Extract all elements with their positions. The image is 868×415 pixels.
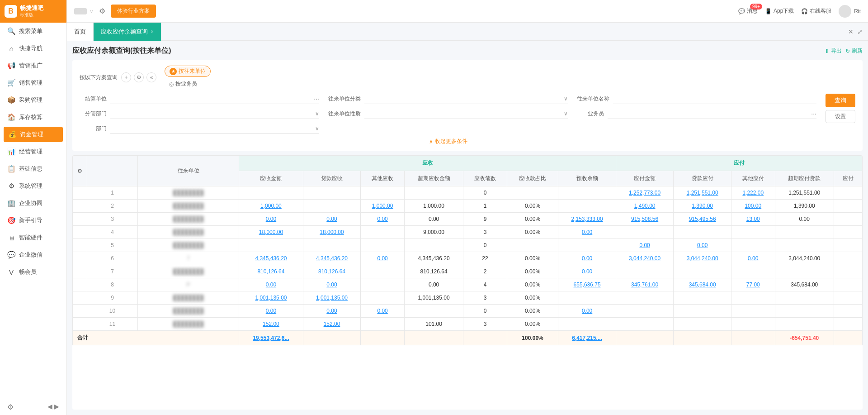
refresh-button[interactable]: ↻ 刷新: [845, 47, 863, 55]
topbar-gear-icon[interactable]: ⚙: [99, 7, 105, 15]
sidebar-item-quick-nav[interactable]: ⌂ 快捷导航: [0, 40, 66, 57]
filter-header-row: 按以下方案查询 + ⚙ « ★ 按往来单位 ◎ 按业务员: [80, 66, 855, 89]
partner-nature-label: 往来单位性质: [328, 110, 361, 118]
filter-salesperson-icon: ◎: [169, 81, 174, 87]
page-actions: ⬆ 导出 ↻ 刷新: [825, 47, 863, 55]
sidebar-logo: B 畅捷通吧 标准版: [0, 0, 66, 23]
collapse-more-btn[interactable]: ∧ 收起更多条件: [429, 138, 467, 145]
sidebar-settings-icon[interactable]: ⚙: [7, 403, 14, 411]
sidebar-item-hardware[interactable]: 🖥 智能硬件: [0, 229, 66, 246]
col-ar-other: 其他应收: [361, 171, 405, 186]
table-row: 8P0.000.000.0040.00%655,636.75345,761.00…: [73, 278, 863, 291]
page-title: 应收应付余额查询(按往来单位): [72, 46, 171, 56]
message-icon: 💬: [738, 8, 745, 14]
export-icon: ⬆: [825, 48, 829, 54]
footer-ap-total: -654,751.40: [775, 331, 834, 345]
table-row: 674,345,436.204,345,436.200.004,345,436.…: [73, 252, 863, 265]
partner-name-input[interactable]: [613, 94, 816, 104]
sidebar-item-operation[interactable]: 📊 经营管理: [0, 143, 66, 160]
logo-name: 畅捷通吧: [20, 5, 43, 12]
filter-dept-mgr: 分管部门 ∨: [80, 109, 319, 119]
tab-home[interactable]: 首页: [67, 23, 94, 41]
filter-settlement-unit: 结算单位 ···: [80, 94, 319, 104]
table-settings-header[interactable]: ⚙: [73, 156, 87, 186]
filter-dept: 部门 ∨: [80, 124, 319, 134]
settlement-unit-input[interactable]: [110, 94, 314, 104]
partner-category-arrow: ∨: [564, 95, 568, 102]
hardware-icon: 🖥: [7, 234, 15, 242]
filter-settings-btn[interactable]: ⚙: [134, 72, 144, 82]
filter-collapse-btn[interactable]: «: [146, 72, 156, 82]
tab-maximize-icon[interactable]: ⤢: [857, 28, 863, 35]
salesperson-dots-btn[interactable]: ···: [811, 110, 816, 117]
breadcrumb-arrow: ∨: [90, 8, 94, 14]
sidebar-item-finance[interactable]: 💰 资金管理: [4, 127, 63, 142]
table-row: 9████████1,001,135.001,001,135.001,001,1…: [73, 291, 863, 305]
dept-mgr-arrow: ∨: [315, 110, 319, 117]
col-ar-amount: 应收金额: [239, 171, 303, 186]
col-ap-overdue: 超期应付货款: [775, 171, 834, 186]
table-row: 1████████01,252,773.001,251,551.001,222.…: [73, 186, 863, 200]
settings-button[interactable]: 设置: [826, 110, 855, 123]
user-area[interactable]: Rit: [839, 5, 861, 18]
sidebar-item-marketing[interactable]: 📢 营销推广: [0, 57, 66, 74]
col-ap-loan: 贷款应付: [674, 171, 731, 186]
dept-label: 部门: [80, 125, 107, 133]
salesperson-input[interactable]: [608, 109, 811, 119]
operation-icon: 📊: [7, 148, 15, 156]
table-footer-row: 合计 19,553,472,6... 100.00% 6,417,215....…: [73, 331, 863, 345]
filter-by-partner-btn[interactable]: ★ 按往来单位: [165, 66, 211, 77]
settlement-unit-dots-btn[interactable]: ···: [314, 95, 319, 102]
footer-label: 合计: [73, 331, 239, 345]
filter-partner-name: 往来单位名称: [577, 94, 816, 104]
service-btn[interactable]: 🎧 在线客服: [801, 7, 831, 15]
export-button[interactable]: ⬆ 导出: [825, 47, 842, 55]
tabbar: 首页 应收应付余额查询 × ✕ ⤢: [67, 23, 868, 41]
partner-category-select[interactable]: ∨: [364, 94, 568, 104]
tab-ar-query[interactable]: 应收应付余额查询 ×: [94, 23, 161, 41]
sidebar: B 畅捷通吧 标准版 🔍 搜索菜单 ⌂ 快捷导航 📢 营销推广 🛒 销售管理 📦…: [0, 0, 67, 415]
sidebar-item-guide[interactable]: 🎯 新手引导: [0, 212, 66, 229]
marketing-icon: 📢: [7, 62, 15, 70]
table-row: 3████████0.000.000.000.0090.00%2,153,333…: [73, 213, 863, 226]
filter-partner-nature: 往来单位性质 ∨: [328, 109, 568, 119]
footer-ar-prepay: 6,417,215....: [558, 331, 616, 345]
sidebar-collapse-icon[interactable]: ◀ ▶: [47, 403, 59, 411]
partner-nature-select[interactable]: ∨: [364, 109, 568, 119]
app-download-btn[interactable]: 📱 App下载: [765, 7, 794, 15]
tab-close-icon[interactable]: ×: [151, 29, 154, 35]
sidebar-item-system[interactable]: ⚙ 系统管理: [0, 177, 66, 195]
solution-button[interactable]: 体验行业方案: [111, 5, 156, 18]
filter-salesperson: 业务员 ···: [577, 109, 816, 119]
tabbar-actions: ✕ ⤢: [848, 28, 868, 35]
dept-select[interactable]: ∨: [110, 124, 319, 134]
filter-by-salesperson-btn[interactable]: ◎ 按业务员: [165, 79, 211, 89]
sidebar-item-search-menu[interactable]: 🔍 搜索菜单: [0, 23, 66, 40]
sidebar-item-warehouse[interactable]: 🏠 库存核算: [0, 109, 66, 126]
username: Rit: [854, 8, 861, 14]
partner-category-label: 往来单位分类: [328, 95, 361, 103]
filter-add-btn[interactable]: +: [121, 72, 131, 82]
query-button[interactable]: 查询: [826, 94, 855, 107]
dept-mgr-select[interactable]: ∨: [110, 109, 319, 119]
col-ar-loan: 贷款应收: [303, 171, 361, 186]
message-btn[interactable]: 💬 消息 99+: [738, 7, 758, 15]
sidebar-item-wechat[interactable]: 💬 企业微信: [0, 246, 66, 263]
quick-nav-icon: ⌂: [7, 45, 15, 52]
footer-ar-total: 19,553,472,6...: [239, 331, 303, 345]
topbar-right: 💬 消息 99+ 📱 App下载 🎧 在线客服 Rit: [738, 5, 861, 18]
sidebar-item-basic[interactable]: 📋 基础信息: [0, 160, 66, 177]
sidebar-item-member[interactable]: V 畅会员: [0, 263, 66, 281]
col-row-num: [87, 156, 138, 186]
sidebar-item-purchase[interactable]: 📦 采购管理: [0, 91, 66, 109]
sales-icon: 🛒: [7, 79, 15, 87]
tab-close-window-icon[interactable]: ✕: [848, 28, 854, 35]
salesperson-input-wrap: ···: [608, 109, 816, 119]
filter-grid-row1: 结算单位 ··· 往来单位分类 ∨: [80, 94, 816, 134]
sidebar-item-enterprise[interactable]: 🏢 企业协同: [0, 195, 66, 212]
col-ar-overdue: 超期应收金额: [404, 171, 463, 186]
sidebar-item-sales[interactable]: 🛒 销售管理: [0, 74, 66, 91]
app-icon: 📱: [765, 8, 772, 14]
table-row: 2████████1,000.001,000.001,000.0010.00%1…: [73, 200, 863, 213]
finance-icon: 💰: [8, 130, 16, 138]
